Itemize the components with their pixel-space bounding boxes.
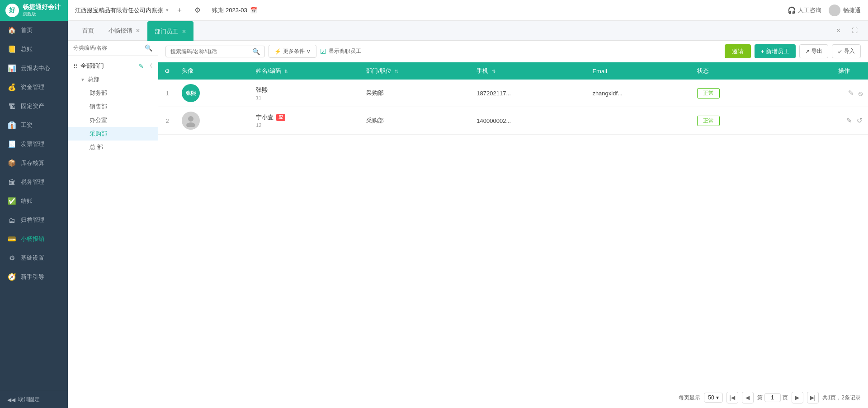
sidebar-item-home[interactable]: 🏠 首页 [0, 21, 68, 40]
status-badge: 正常 [697, 88, 720, 98]
col-action: 操作 [778, 62, 868, 80]
svg-point-1 [186, 122, 195, 127]
tab-expense-label: 小畅报销 [108, 27, 132, 35]
emp-code: 11 [256, 95, 355, 100]
tab-close-icon[interactable]: ✕ [182, 28, 186, 35]
dept-node-label: 财务部 [90, 89, 107, 97]
sidebar-item-tax[interactable]: 🏛 税务管理 [0, 173, 68, 192]
page-suffix: 页 [783, 394, 788, 402]
refresh-icon[interactable]: ↺ [857, 117, 863, 125]
import-label: 导入 [844, 47, 855, 55]
sidebar-item-settings[interactable]: ⚙ 基础设置 [0, 249, 68, 267]
sidebar-item-expense[interactable]: 💳 小畅报销 [0, 230, 68, 249]
maximize-button[interactable]: ⛶ [848, 24, 861, 37]
col-phone[interactable]: 手机 ⇅ [471, 62, 587, 80]
user-menu[interactable]: 畅捷通 [829, 5, 861, 16]
dept-node-general[interactable]: 总 部 [68, 141, 158, 154]
last-page-button[interactable]: ▶| [807, 392, 819, 403]
page-input[interactable] [764, 393, 781, 402]
service-button[interactable]: 🎧 人工咨询 [788, 6, 821, 14]
edit-icon[interactable]: ✎ [848, 89, 854, 97]
export-button[interactable]: ↗ 导出 [799, 44, 828, 58]
dept-node-headquarter[interactable]: ▼ 总部 [68, 73, 158, 86]
settings-icon[interactable]: ⚙ [190, 3, 205, 18]
page-label: 第 [757, 394, 763, 402]
row-actions: ✎ ⎋ [778, 80, 868, 107]
close-window-button[interactable]: ✕ [832, 24, 844, 37]
sidebar-item-label: 基础设置 [21, 254, 44, 262]
calendar-icon[interactable]: 📅 [250, 7, 257, 14]
dept-node-finance[interactable]: 财务部 [68, 86, 158, 100]
row-status: 正常 [692, 80, 778, 107]
chevron-down-icon: ▾ [166, 7, 169, 13]
dept-node-office[interactable]: 办公室 [68, 113, 158, 127]
avatar-circle: 张熙 [182, 84, 200, 102]
dept-node-sales[interactable]: 销售部 [68, 100, 158, 113]
pagination-bar: 每页显示 50 ▾ |◀ ◀ 第 页 ▶ ▶| 共1页，2条记录 [158, 387, 868, 408]
sidebar-item-salary[interactable]: 👔 工资 [0, 116, 68, 135]
filter-label: 更多条件 [283, 47, 305, 55]
next-page-button[interactable]: ▶ [792, 392, 803, 403]
company-selector[interactable]: 江西服宝精品有限责任公司内账张 ▾ [75, 6, 169, 14]
dept-search-input[interactable] [73, 45, 145, 51]
dept-header-actions: ✎ 《 [138, 62, 152, 70]
sidebar-item-guide[interactable]: 🧭 新手引导 [0, 267, 68, 286]
tag-badge: 应 [276, 114, 285, 121]
service-label: 人工咨询 [798, 6, 821, 14]
invite-button[interactable]: 邀请 [725, 44, 751, 58]
tab-home[interactable]: 首页 [75, 21, 101, 41]
sidebar-item-reports[interactable]: 📊 云报表中心 [0, 59, 68, 78]
sidebar-item-checkout[interactable]: ✅ 结账 [0, 192, 68, 211]
add-company-button[interactable]: ＋ [172, 3, 187, 18]
tab-employee-label: 部门员工 [155, 28, 178, 36]
sidebar-item-inventory[interactable]: 📦 库存核算 [0, 154, 68, 173]
search-icon[interactable]: 🔍 [252, 48, 260, 55]
tab-close-icon[interactable]: ✕ [136, 28, 140, 34]
sidebar-item-assets[interactable]: 🏗 固定资产 [0, 97, 68, 116]
col-name-code[interactable]: 姓名/编码 ⇅ [250, 62, 361, 80]
unpin-button[interactable]: ◀◀ 取消固定 [0, 391, 68, 408]
tab-employee[interactable]: 部门员工 ✕ [147, 21, 193, 41]
edit-dept-icon[interactable]: ✎ [138, 62, 144, 70]
row-dept: 采购部 [361, 107, 471, 135]
assets-icon: 🏗 [7, 103, 16, 110]
per-page-value: 50 [708, 394, 714, 401]
col-settings[interactable]: ⚙ [158, 62, 176, 80]
tab-bar: 首页 小畅报销 ✕ 部门员工 ✕ ✕ ⛶ [68, 21, 868, 41]
sidebar-item-archive[interactable]: 🗂 归档管理 [0, 211, 68, 230]
filter-button[interactable]: ⚡ 更多条件 ∨ [269, 45, 316, 58]
grid-icon: ⠿ [73, 63, 78, 70]
show-resigned-checkbox[interactable]: ☑ 显示离职员工 [320, 47, 361, 56]
first-page-button[interactable]: |◀ [726, 392, 738, 403]
dept-node-purchase[interactable]: 采购部 [68, 127, 158, 141]
row-email [587, 107, 692, 135]
dept-node-label: 采购部 [90, 130, 107, 138]
collapse-icon[interactable]: 《 [147, 62, 152, 70]
tab-bar-actions: ✕ ⛶ [832, 24, 861, 37]
export-label: 导出 [811, 47, 822, 55]
prev-page-button[interactable]: ◀ [742, 392, 754, 403]
sidebar-item-invoice[interactable]: 🧾 发票管理 [0, 135, 68, 154]
sidebar-item-funds[interactable]: 💰 资金管理 [0, 78, 68, 97]
row-actions: ✎ ↺ [778, 107, 868, 135]
all-dept-header[interactable]: ⠿ 全部部门 ✎ 《 [68, 59, 158, 73]
logout-icon[interactable]: ⎋ [859, 89, 863, 97]
edit-icon[interactable]: ✎ [846, 117, 852, 125]
sidebar-item-label: 云报表中心 [21, 64, 50, 72]
ledger-icon: 📒 [7, 45, 16, 53]
unpin-icon: ◀◀ [7, 397, 15, 403]
logo-area: 好 畅捷通好会计 旗舰版 [0, 0, 68, 21]
tab-expense[interactable]: 小畅报销 ✕ [101, 21, 147, 41]
per-page-selector[interactable]: 50 ▾ [704, 393, 722, 403]
name-code-group: 宁小壹 应 12 [256, 113, 355, 128]
emp-search-input[interactable] [170, 48, 252, 55]
import-button[interactable]: ↙ 导入 [832, 44, 861, 58]
col-dept[interactable]: 部门/职位 ⇅ [361, 62, 471, 80]
period-label: 账期 [212, 6, 224, 14]
col-status: 状态 [692, 62, 778, 80]
inventory-icon: 📦 [7, 159, 16, 167]
add-employee-button[interactable]: + 新增员工 [755, 44, 796, 58]
sidebar-item-label: 发票管理 [21, 140, 44, 148]
dept-search-icon[interactable]: 🔍 [145, 44, 152, 52]
sidebar-item-ledger[interactable]: 📒 总账 [0, 40, 68, 59]
